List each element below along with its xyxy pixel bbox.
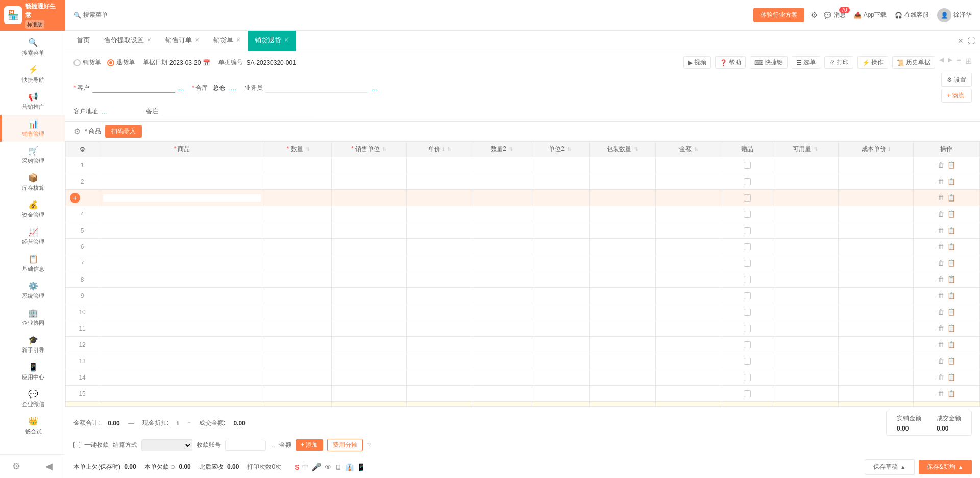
- row-11-cost-price[interactable]: [839, 320, 914, 337]
- row-6-copy-btn[interactable]: 📋: [947, 243, 955, 250]
- row-4-qty2[interactable]: [473, 206, 531, 222]
- add-fee-btn[interactable]: + 添加: [296, 439, 323, 451]
- row-6-goods-cell[interactable]: [99, 239, 265, 255]
- logistics-fab-btn[interactable]: + 物流: [941, 89, 972, 103]
- row-5-cost-price[interactable]: [839, 222, 914, 239]
- row-13-available[interactable]: [772, 353, 838, 369]
- row-2-unit[interactable]: [332, 173, 407, 190]
- row-5-unit2[interactable]: [531, 222, 589, 239]
- row-5-price[interactable]: [406, 222, 473, 239]
- row-3-cost-price[interactable]: [839, 190, 914, 206]
- row-11-delete-btn[interactable]: 🗑: [938, 324, 944, 332]
- operate-btn[interactable]: ⚡ 操作: [857, 56, 888, 69]
- address-picker-btn[interactable]: ...: [101, 108, 107, 116]
- row-7-delete-btn[interactable]: 🗑: [938, 259, 944, 267]
- row-5-qty[interactable]: [265, 222, 331, 239]
- row-2-available[interactable]: [772, 173, 838, 190]
- customer-input[interactable]: [92, 83, 175, 93]
- row-15-gift-checkbox[interactable]: [744, 390, 751, 397]
- row-14-cost-price[interactable]: [839, 369, 914, 386]
- row-4-cost-price[interactable]: [839, 206, 914, 222]
- row-8-qty[interactable]: [265, 271, 331, 288]
- row-7-unit2[interactable]: [531, 255, 589, 271]
- tab-close-price-setting[interactable]: ✕: [147, 37, 151, 43]
- print-stat[interactable]: 打印次数0次: [247, 463, 281, 471]
- row-12-amount[interactable]: [655, 337, 722, 353]
- row-12-qty2[interactable]: [473, 337, 531, 353]
- sidebar-item-appstore[interactable]: 📱 应用中心: [0, 358, 65, 385]
- row-12-unit2[interactable]: [531, 337, 589, 353]
- row-2-unit2[interactable]: [531, 173, 589, 190]
- row-8-gift-checkbox[interactable]: [744, 276, 751, 283]
- row-15-available[interactable]: [772, 386, 838, 402]
- row-6-qty[interactable]: [265, 239, 331, 255]
- row-6-cost-price[interactable]: [839, 239, 914, 255]
- view-list-icon[interactable]: ≡: [957, 56, 961, 69]
- row-13-pack-qty[interactable]: [589, 353, 655, 369]
- row-8-unit2[interactable]: [531, 271, 589, 288]
- staff-input[interactable]: [266, 83, 368, 93]
- row-14-copy-btn[interactable]: 📋: [947, 373, 955, 381]
- row-11-price[interactable]: [406, 320, 473, 337]
- app-download-btn[interactable]: 📥 App下载: [854, 11, 887, 19]
- row-6-pack-qty[interactable]: [589, 239, 655, 255]
- row-9-price[interactable]: [406, 288, 473, 304]
- row-2-delete-btn[interactable]: 🗑: [938, 178, 944, 185]
- print-btn[interactable]: 🖨 打印: [824, 56, 853, 69]
- tab-close-sales-order[interactable]: ✕: [195, 37, 199, 43]
- sidebar-collapse-btn[interactable]: ◀: [43, 459, 55, 474]
- row-2-amount[interactable]: [655, 173, 722, 190]
- row-12-price[interactable]: [406, 337, 473, 353]
- date-value[interactable]: 2023-03-20: [169, 59, 201, 66]
- row-11-unit[interactable]: [332, 320, 407, 337]
- shortcut-btn[interactable]: ⌨ 快捷键: [750, 56, 788, 69]
- tab-close-all-btn[interactable]: ✕: [957, 36, 965, 46]
- row-10-delete-btn[interactable]: 🗑: [938, 308, 944, 316]
- remark-input[interactable]: [161, 107, 314, 116]
- row-1-copy-btn[interactable]: 📋: [947, 161, 955, 169]
- row-6-amount[interactable]: [655, 239, 722, 255]
- row-15-cost-price[interactable]: [839, 386, 914, 402]
- row-4-price[interactable]: [406, 206, 473, 222]
- row-7-unit[interactable]: [332, 255, 407, 271]
- row-15-copy-btn[interactable]: 📋: [947, 390, 955, 397]
- row-1-delete-btn[interactable]: 🗑: [938, 161, 944, 169]
- row-10-gift-checkbox[interactable]: [744, 309, 751, 316]
- row-2-goods-cell[interactable]: [99, 173, 265, 190]
- row-7-copy-btn[interactable]: 📋: [947, 259, 955, 267]
- row-10-unit[interactable]: [332, 304, 407, 320]
- row-1-qty2[interactable]: [473, 157, 531, 173]
- view-grid-icon[interactable]: ⊞: [965, 56, 972, 69]
- row-1-goods-cell[interactable]: [99, 157, 265, 173]
- row-15-qty2[interactable]: [473, 386, 531, 402]
- sidebar-item-search[interactable]: 🔍 搜索菜单: [0, 34, 65, 61]
- video-btn[interactable]: ▶ 视频: [683, 56, 711, 69]
- nav-next-icon[interactable]: ▶: [948, 56, 952, 69]
- sidebar-item-member[interactable]: 👑 畅会员: [0, 412, 65, 439]
- help-btn[interactable]: ❓ 帮助: [715, 56, 746, 69]
- sidebar-item-sales[interactable]: 📊 销售管理: [0, 115, 65, 142]
- row-4-goods-cell[interactable]: [99, 206, 265, 222]
- row-12-goods-cell[interactable]: [99, 337, 265, 353]
- row-5-copy-btn[interactable]: 📋: [947, 227, 955, 234]
- table-settings-gear-icon[interactable]: ⚙: [80, 146, 85, 153]
- row-5-available[interactable]: [772, 222, 838, 239]
- one-click-pay-checkbox[interactable]: [74, 442, 80, 448]
- row-14-unit[interactable]: [332, 369, 407, 386]
- row-12-delete-btn[interactable]: 🗑: [938, 341, 944, 348]
- row-5-qty2[interactable]: [473, 222, 531, 239]
- row-3-goods-input[interactable]: [103, 194, 261, 202]
- row-1-pack-qty[interactable]: [589, 157, 655, 173]
- row-13-delete-btn[interactable]: 🗑: [938, 357, 944, 365]
- online-service-btn[interactable]: 🎧 在线客服: [895, 11, 929, 19]
- row-2-copy-btn[interactable]: 📋: [947, 178, 955, 185]
- row-11-pack-qty[interactable]: [589, 320, 655, 337]
- row-11-unit2[interactable]: [531, 320, 589, 337]
- message-btn[interactable]: 💬 消息 70: [824, 11, 846, 19]
- sidebar-item-finance[interactable]: 💰 资金管理: [0, 196, 65, 223]
- calendar-icon[interactable]: 📅: [203, 59, 210, 66]
- row-14-goods-cell[interactable]: [99, 369, 265, 386]
- row-7-qty2[interactable]: [473, 255, 531, 271]
- row-8-unit[interactable]: [332, 271, 407, 288]
- sidebar-item-enterprise[interactable]: 🏢 企业协同: [0, 304, 65, 331]
